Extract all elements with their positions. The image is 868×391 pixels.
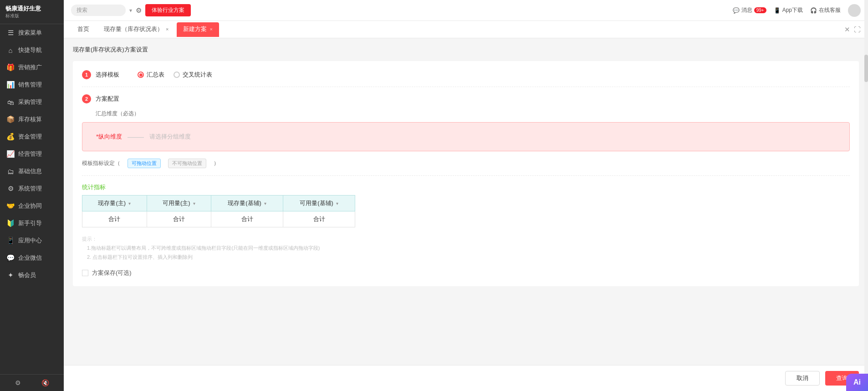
indicator-divider: [82, 175, 850, 176]
tab-inventory-status-label: 现存量（库存状况表）: [104, 25, 163, 33]
sidebar-footer: ⚙ 🔇: [0, 374, 64, 391]
scroll-thumb[interactable]: [864, 55, 868, 82]
stats-table: 现存量(主) ▾ 可用量(主) ▾ 现存量(基辅: [82, 195, 355, 227]
sidebar-icon-marketing: 🎁: [6, 63, 15, 72]
message-badge: 99+: [754, 7, 766, 13]
sidebar-item-basic-info[interactable]: 🗂 基础信息: [0, 163, 64, 180]
sidebar-label-sales: 销售管理: [18, 81, 42, 89]
save-checkbox[interactable]: [82, 270, 88, 276]
tab-new-scheme-close[interactable]: ×: [209, 26, 212, 32]
sidebar-item-operations[interactable]: 📈 经营管理: [0, 145, 64, 163]
sidebar-nav: ☰ 搜索菜单 ⌂ 快捷导航 🎁 营销推广 📊 销售管理 🛍 采购管理 📦 库存核…: [0, 24, 64, 374]
radio-crosstab[interactable]: 交叉统计表: [174, 71, 212, 79]
radio-summary-circle: [138, 72, 144, 78]
content-area: 现存量(库存状况表)方案设置 1 选择模板 汇总表 交叉统计表: [64, 38, 868, 365]
user-avatar[interactable]: [848, 4, 861, 17]
scroll-indicator: [864, 0, 868, 391]
tab-new-scheme-label: 新建方案: [183, 25, 207, 33]
stats-header-3-chevron[interactable]: ▾: [336, 201, 338, 206]
topbar-online-service[interactable]: 🎧 在线客服: [810, 6, 841, 14]
topbar-search-bar[interactable]: 搜索: [71, 5, 126, 16]
radio-crosstab-circle: [174, 72, 180, 78]
step1-divider: [82, 87, 850, 87]
topbar-dropdown-icon[interactable]: ▾: [129, 7, 132, 14]
tab-bar-expand-icon[interactable]: ⛶: [854, 26, 861, 34]
sidebar: 畅康通好生意 标准版 ☰ 搜索菜单 ⌂ 快捷导航 🎁 营销推广 📊 销售管理 🛍…: [0, 0, 64, 391]
topbar-app-download[interactable]: 📱 App下载: [774, 6, 803, 14]
step1-header: 1 选择模板 汇总表 交叉统计表: [82, 70, 850, 79]
sidebar-icon-wechat: 💬: [6, 254, 15, 262]
sidebar-item-enterprise[interactable]: 🤝 企业协同: [0, 197, 64, 215]
sidebar-icon-vip: ✦: [6, 271, 15, 279]
action-bar: 取消 查询: [64, 365, 868, 391]
stats-header-1-chevron[interactable]: ▾: [193, 201, 195, 206]
sidebar-logo: 畅康通好生意 标准版: [0, 0, 64, 24]
sidebar-item-newbie[interactable]: 🔰 新手引导: [0, 215, 64, 232]
stats-header-2-chevron[interactable]: ▾: [264, 201, 266, 206]
brand-sub: 标准版: [5, 13, 58, 19]
sidebar-settings-icon[interactable]: ⚙: [15, 379, 21, 386]
sidebar-item-purchase[interactable]: 🛍 采购管理: [0, 93, 64, 111]
sidebar-icon-operations: 📈: [6, 150, 15, 158]
sidebar-icon-search-menu: ☰: [6, 29, 15, 37]
tab-new-scheme[interactable]: 新建方案 ×: [177, 22, 219, 37]
main-area: 搜索 ▾ ⚙ 体验行业方案 💬 消息 99+ 📱 App下载 🎧 在线客服: [64, 0, 868, 391]
sidebar-label-basic-info: 基础信息: [18, 167, 42, 175]
stats-cell-0-3: 合计: [283, 211, 355, 227]
sidebar-icon-enterprise: 🤝: [6, 202, 15, 210]
online-service-icon: 🎧: [810, 7, 817, 14]
topbar: 搜索 ▾ ⚙ 体验行业方案 💬 消息 99+ 📱 App下载 🎧 在线客服: [64, 0, 868, 21]
stats-header-1[interactable]: 可用量(主) ▾: [147, 196, 211, 211]
sidebar-item-wechat[interactable]: 💬 企业微信: [0, 249, 64, 267]
sidebar-icon-quick-nav: ⌂: [6, 46, 15, 54]
tab-bar: 首页 现存量（库存状况表） × 新建方案 × ✕ ⛶: [64, 21, 868, 38]
topbar-settings-icon[interactable]: ⚙: [136, 6, 142, 15]
step2-header: 2 方案配置: [82, 94, 850, 103]
scheme-settings-card: 1 选择模板 汇总表 交叉统计表 2 方案配置: [73, 61, 859, 286]
dimension-config-label: 汇总维度（必选）: [96, 110, 850, 118]
stats-header-1-label: 可用量(主): [163, 199, 190, 207]
dimension-box[interactable]: *纵向维度 —— 请选择分组维度: [82, 122, 850, 151]
indicator-settings-label: 模板指标设定（: [82, 159, 120, 167]
sidebar-icon-sales: 📊: [6, 81, 15, 89]
radio-summary[interactable]: 汇总表: [138, 71, 164, 79]
stats-header-2[interactable]: 现存量(基辅) ▾: [211, 196, 283, 211]
ai-fab-button[interactable]: Ai: [846, 374, 868, 391]
sidebar-label-system: 系统管理: [18, 185, 42, 193]
table-row: 合计 合计 合计 合计: [82, 211, 355, 227]
sidebar-item-sales[interactable]: 📊 销售管理: [0, 76, 64, 93]
tab-bar-close-icon[interactable]: ✕: [844, 26, 850, 34]
indicator-settings-close-paren: ）: [214, 159, 219, 167]
page-title: 现存量(库存状况表)方案设置: [73, 46, 859, 54]
sidebar-item-quick-nav[interactable]: ⌂ 快捷导航: [0, 41, 64, 59]
sidebar-item-system[interactable]: ⚙ 系统管理: [0, 180, 64, 197]
stats-section-title: 统计指标: [82, 183, 850, 191]
sidebar-item-marketing[interactable]: 🎁 营销推广: [0, 59, 64, 76]
tab-home-label: 首页: [77, 25, 89, 33]
hint-item-2: 2. 点击标题栏下拉可设置排序、插入列和删除列: [82, 253, 850, 262]
sidebar-icon-finance: 💰: [6, 133, 15, 141]
sidebar-item-finance[interactable]: 💰 资金管理: [0, 128, 64, 145]
stats-header-0-chevron[interactable]: ▾: [128, 201, 131, 206]
sidebar-item-inventory[interactable]: 📦 库存核算: [0, 111, 64, 128]
stats-header-2-label: 现存量(基辅): [228, 199, 261, 207]
tab-inventory-status-close[interactable]: ×: [166, 26, 168, 32]
sidebar-sound-icon[interactable]: 🔇: [41, 379, 49, 386]
topbar-message[interactable]: 💬 消息 99+: [733, 6, 766, 14]
radio-crosstab-label: 交叉统计表: [183, 71, 212, 79]
tab-home[interactable]: 首页: [71, 22, 96, 37]
message-label: 消息: [741, 6, 752, 14]
sidebar-item-search-menu[interactable]: ☰ 搜索菜单: [0, 24, 64, 41]
sidebar-label-app-center: 应用中心: [18, 237, 42, 245]
stats-header-0[interactable]: 现存量(主) ▾: [82, 196, 147, 211]
template-radio-group: 汇总表 交叉统计表: [138, 71, 212, 79]
step2-badge: 2: [82, 94, 91, 103]
sidebar-item-app-center[interactable]: 📱 应用中心: [0, 232, 64, 249]
cancel-button[interactable]: 取消: [785, 371, 820, 386]
topbar-trial-button[interactable]: 体验行业方案: [145, 4, 191, 16]
tab-inventory-status[interactable]: 现存量（库存状况表） ×: [97, 22, 175, 37]
draggable-tag: 可拖动位置: [128, 159, 161, 168]
sidebar-item-vip[interactable]: ✦ 畅会员: [0, 267, 64, 284]
sidebar-icon-system: ⚙: [6, 185, 15, 193]
stats-header-3[interactable]: 可用量(基辅) ▾: [283, 196, 355, 211]
